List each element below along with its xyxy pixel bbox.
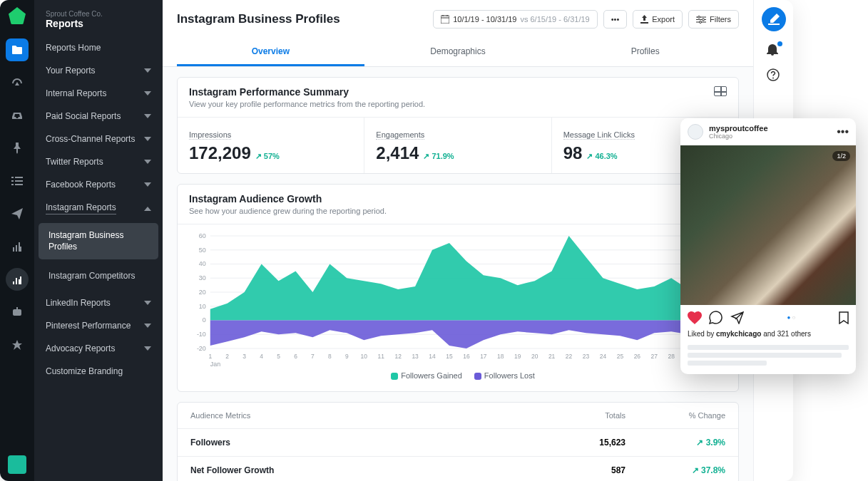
post-avatar[interactable] — [688, 124, 703, 140]
sidebar-reports-home[interactable]: Reports Home — [34, 36, 163, 59]
svg-text:28: 28 — [668, 353, 675, 360]
bookmark-icon[interactable] — [839, 311, 849, 324]
export-button[interactable]: Export — [633, 10, 683, 29]
svg-point-57 — [772, 78, 774, 79]
delta-up: 57% — [255, 152, 280, 161]
svg-text:15: 15 — [446, 353, 453, 360]
nav-star-icon[interactable] — [6, 333, 29, 356]
audience-growth-chart: -20-100102030405060123456789101112131415… — [189, 232, 727, 367]
sidebar-internal-reports[interactable]: Internal Reports — [34, 82, 163, 105]
svg-text:13: 13 — [412, 353, 419, 360]
svg-text:11: 11 — [378, 353, 385, 360]
nav-inbox-icon[interactable] — [6, 104, 29, 127]
col-metrics: Audience Metrics — [190, 411, 540, 420]
nav-send-icon[interactable] — [6, 202, 29, 225]
chevron-down-icon — [144, 68, 151, 73]
nav-folder-icon[interactable] — [6, 38, 29, 61]
post-username[interactable]: mysproutcoffee — [709, 124, 768, 133]
sidebar-customize-branding[interactable]: Customize Branding — [34, 360, 163, 383]
svg-point-4 — [703, 19, 705, 21]
post-location[interactable]: Chicago — [709, 133, 768, 140]
page-title: Instagram Business Profiles — [177, 12, 427, 26]
svg-text:-20: -20 — [197, 345, 206, 352]
sidebar-ig-business-profiles[interactable]: Instagram Business Profiles — [39, 223, 158, 259]
col-change: % Change — [626, 411, 725, 420]
carousel-counter: 1/2 — [832, 151, 850, 161]
svg-rect-0 — [13, 309, 21, 316]
reports-sidebar: Sprout Coffee Co. Reports Reports Home Y… — [34, 0, 163, 481]
chevron-up-icon — [144, 207, 151, 211]
svg-text:20: 20 — [531, 353, 538, 360]
svg-point-3 — [698, 16, 700, 18]
tab-demographics[interactable]: Demographics — [364, 38, 552, 66]
metric-engagements: Engagements 2,41471.9% — [364, 118, 551, 173]
svg-text:3: 3 — [242, 353, 246, 360]
chevron-down-icon — [144, 346, 151, 351]
chart-legend: Followers Gained Followers Lost — [189, 367, 727, 381]
svg-text:21: 21 — [548, 353, 556, 360]
sidebar-your-reports[interactable]: Your Reports — [34, 59, 163, 82]
report-tabs: Overview Demographics Profiles — [163, 38, 753, 67]
sidebar-instagram[interactable]: Instagram Reports — [34, 196, 163, 221]
notification-badge — [777, 41, 782, 46]
nav-bot-icon[interactable] — [6, 301, 29, 324]
chevron-down-icon — [144, 301, 151, 305]
sidebar-cross-channel[interactable]: Cross-Channel Reports — [34, 128, 163, 150]
svg-text:50: 50 — [199, 247, 206, 254]
more-button[interactable]: ••• — [603, 10, 628, 29]
compose-button[interactable] — [762, 7, 786, 31]
svg-text:10: 10 — [199, 303, 206, 310]
sidebar-pinterest[interactable]: Pinterest Performance — [34, 314, 163, 337]
nav-list-icon[interactable] — [6, 170, 29, 192]
instagram-post-preview: mysproutcoffee Chicago ••• 1/2 ● ○ Liked… — [680, 118, 856, 374]
user-avatar[interactable] — [8, 455, 26, 474]
table-view-icon[interactable] — [714, 86, 727, 96]
comment-icon[interactable] — [709, 311, 723, 324]
svg-rect-1 — [16, 307, 18, 309]
tab-profiles[interactable]: Profiles — [551, 38, 739, 66]
tab-overview[interactable]: Overview — [177, 38, 364, 66]
chevron-down-icon — [144, 160, 151, 164]
help-icon[interactable] — [767, 68, 781, 83]
post-image[interactable]: 1/2 — [680, 145, 856, 305]
sidebar-advocacy[interactable]: Advocacy Reports — [34, 337, 163, 360]
nav-pin-icon[interactable] — [6, 137, 29, 160]
nav-reports-icon[interactable] — [6, 268, 29, 291]
chevron-down-icon — [144, 137, 151, 141]
chevron-down-icon — [144, 324, 151, 328]
card-title: Instagram Performance Summary — [189, 86, 425, 98]
sidebar-facebook[interactable]: Facebook Reports — [34, 173, 163, 196]
filters-button[interactable]: Filters — [688, 10, 739, 29]
legend-swatch-lost — [474, 373, 481, 380]
svg-text:10: 10 — [361, 353, 368, 360]
row-followers: Followers 15,623 3.9% — [178, 428, 738, 456]
svg-text:25: 25 — [617, 353, 624, 360]
svg-text:Jan: Jan — [210, 361, 220, 367]
nav-dashboard-icon[interactable] — [6, 71, 29, 94]
calendar-icon — [441, 15, 449, 24]
sidebar-ig-competitors[interactable]: Instagram Competitors — [39, 264, 158, 289]
chevron-down-icon — [144, 91, 151, 95]
top-toolbar: Instagram Business Profiles 10/1/19 - 10… — [163, 0, 753, 34]
global-icon-rail — [0, 0, 34, 481]
svg-text:6: 6 — [294, 353, 297, 360]
svg-text:26: 26 — [634, 353, 641, 360]
sidebar-paid-social[interactable]: Paid Social Reports — [34, 105, 163, 128]
like-icon[interactable] — [688, 311, 702, 324]
col-totals: Totals — [540, 411, 626, 420]
sidebar-linkedin[interactable]: LinkedIn Reports — [34, 291, 163, 314]
delta-up: 71.9% — [423, 152, 454, 161]
svg-text:19: 19 — [514, 353, 521, 360]
svg-text:14: 14 — [429, 353, 436, 360]
performance-summary-card: Instagram Performance Summary View your … — [177, 77, 739, 174]
svg-text:23: 23 — [583, 353, 590, 360]
nav-analytics-icon[interactable] — [6, 235, 29, 258]
post-more-icon[interactable]: ••• — [837, 125, 849, 138]
svg-text:16: 16 — [463, 353, 470, 360]
date-range-picker[interactable]: 10/1/19 - 10/31/19 vs 6/15/19 - 6/31/19 — [433, 10, 598, 29]
share-icon[interactable] — [730, 311, 744, 324]
sprout-logo — [9, 7, 26, 24]
notifications-icon[interactable] — [767, 43, 781, 57]
svg-text:5: 5 — [277, 353, 280, 360]
sidebar-twitter[interactable]: Twitter Reports — [34, 150, 163, 173]
